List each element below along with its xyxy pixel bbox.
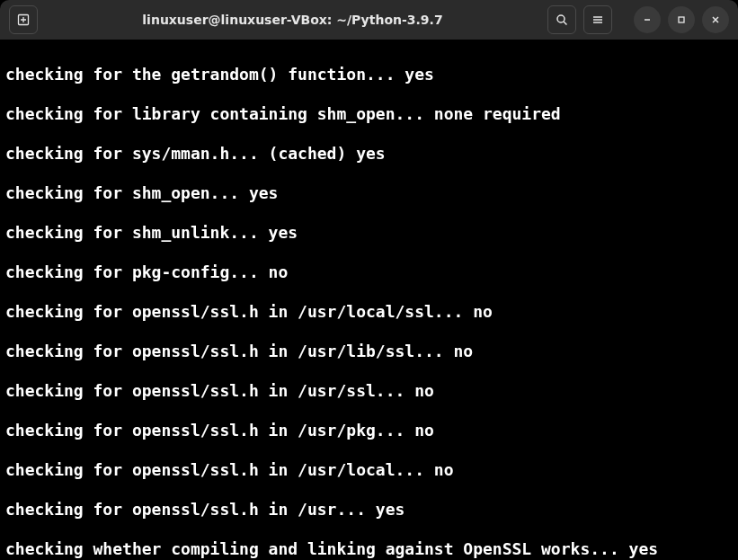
output-line: checking whether compiling and linking a… <box>5 539 733 559</box>
terminal-window: linuxuser@linuxuser-VBox: ~/Python-3.9.7… <box>0 0 738 560</box>
output-line: checking for pkg-config... no <box>5 262 733 282</box>
window-title: linuxuser@linuxuser-VBox: ~/Python-3.9.7 <box>45 13 540 27</box>
output-line: checking for shm_unlink... yes <box>5 223 733 243</box>
svg-rect-9 <box>679 17 684 22</box>
output-line: checking for the getrandom() function...… <box>5 65 733 84</box>
titlebar: linuxuser@linuxuser-VBox: ~/Python-3.9.7 <box>0 0 738 40</box>
output-line: checking for openssl/ssl.h in /usr/lib/s… <box>5 342 733 361</box>
menu-button[interactable] <box>583 5 612 34</box>
output-line: checking for openssl/ssl.h in /usr/ssl..… <box>5 381 733 401</box>
output-line: checking for sys/mman.h... (cached) yes <box>5 144 733 164</box>
svg-point-3 <box>557 15 565 22</box>
output-line: checking for openssl/ssl.h in /usr/pkg..… <box>5 421 733 440</box>
search-button[interactable] <box>547 5 576 34</box>
svg-line-4 <box>564 22 567 25</box>
close-button[interactable] <box>702 6 729 33</box>
maximize-button[interactable] <box>668 6 695 33</box>
output-line: checking for openssl/ssl.h in /usr/local… <box>5 460 733 480</box>
output-line: checking for library containing shm_open… <box>5 104 733 124</box>
output-line: checking for openssl/ssl.h in /usr... ye… <box>5 500 733 520</box>
output-line: checking for openssl/ssl.h in /usr/local… <box>5 302 733 322</box>
terminal-output[interactable]: checking for the getrandom() function...… <box>0 40 738 560</box>
new-tab-button[interactable] <box>9 5 38 34</box>
output-line: checking for shm_open... yes <box>5 183 733 203</box>
minimize-button[interactable] <box>634 6 661 33</box>
